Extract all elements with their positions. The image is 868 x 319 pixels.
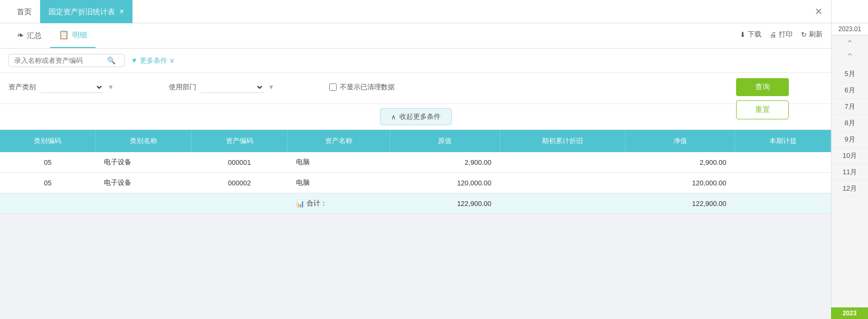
cell-current-depr xyxy=(735,173,831,193)
print-label: 打印 xyxy=(779,30,793,39)
asset-type-select[interactable] xyxy=(40,81,103,93)
sidebar-month-item[interactable]: 5月 xyxy=(832,66,868,82)
cell-accum-depr xyxy=(500,173,625,193)
search-icon: 🔍 xyxy=(107,57,116,64)
total-text: 合计： xyxy=(307,199,327,208)
cell-asset-name: 电脑 xyxy=(288,152,390,173)
top-nav: 首页 固定资产折旧统计表 × ✕ xyxy=(0,0,831,23)
detail-icon: 📋 xyxy=(59,22,69,48)
tab-summary[interactable]: ❧ 汇总 xyxy=(8,23,50,48)
tab-summary-label: 汇总 xyxy=(27,23,42,48)
hide-cleared-filter: 不显示已清理数据 xyxy=(329,82,395,92)
cell-cat-code: 05 xyxy=(0,152,96,173)
hide-cleared-label: 不显示已清理数据 xyxy=(340,82,395,92)
cell-cat-name: 电子设备 xyxy=(96,173,192,193)
query-button[interactable]: 查询 xyxy=(736,78,789,96)
sidebar-month-item[interactable]: 10月 xyxy=(832,148,868,164)
year-label: 2023 xyxy=(831,307,868,319)
window-close-icon[interactable]: ✕ xyxy=(815,6,823,17)
sidebar-month-item[interactable]: 8月 xyxy=(832,115,868,132)
hide-cleared-checkbox[interactable] xyxy=(329,83,337,91)
filter-area: 资产类别 ▼ 使用部门 ▼ 不显示已清理数据 查询 重置 xyxy=(0,73,831,104)
cell-asset-name: 电脑 xyxy=(288,173,390,193)
cell-net-value: 120,000.00 xyxy=(625,173,735,193)
total-label: 📊 合计： xyxy=(288,193,390,213)
print-icon: 🖨 xyxy=(770,31,777,39)
sidebar-month-item[interactable]: 9月 xyxy=(832,132,868,148)
cell-original: 2,900.00 xyxy=(390,152,500,173)
print-button[interactable]: 🖨 打印 xyxy=(770,30,793,39)
collapse-icon: ∧ xyxy=(391,113,396,121)
sidebar-month-item[interactable]: 12月 xyxy=(832,181,868,197)
refresh-icon: ↻ xyxy=(801,31,807,39)
filter-row: 资产类别 ▼ 使用部门 ▼ 不显示已清理数据 查询 重置 xyxy=(8,81,823,93)
total-accum-depr xyxy=(500,193,625,214)
sidebar-month-item[interactable]: 7月 xyxy=(832,99,868,115)
department-chevron: ▼ xyxy=(268,83,274,91)
total-original: 122,900.00 xyxy=(390,193,500,214)
search-bar: 🔍 ▼ 更多条件 ∨ xyxy=(0,49,831,73)
nav-tab-fixed-assets[interactable]: 固定资产折旧统计表 × xyxy=(40,0,132,23)
nav-home[interactable]: 首页 xyxy=(8,0,40,23)
data-table: 类别编码 类别名称 资产编码 资产名称 原值 期初累计折旧 净值 本期计提 05… xyxy=(0,130,831,214)
nav-tab-close-icon[interactable]: × xyxy=(119,0,124,23)
total-net-value: 122,900.00 xyxy=(625,193,735,214)
download-button[interactable]: ⬇ 下载 xyxy=(740,30,761,39)
cell-asset-code: 000001 xyxy=(192,152,288,173)
tab-detail[interactable]: 📋 明细 xyxy=(50,23,96,48)
table-row: 05 电子设备 000002 电脑 120,000.00 120,000.00 xyxy=(0,173,831,193)
cell-cat-name: 电子设备 xyxy=(96,152,192,173)
department-select[interactable] xyxy=(201,81,264,93)
more-conditions-chevron: ∨ xyxy=(169,57,175,64)
nav-tab-label: 固定资产折旧统计表 xyxy=(49,0,115,23)
month-list: 5月6月7月8月9月10月11月12月 xyxy=(832,66,868,197)
col-asset-name: 资产名称 xyxy=(288,130,390,152)
sidebar-month-item[interactable]: 6月 xyxy=(832,82,868,99)
total-row: 📊 合计： 122,900.00 122,900.00 xyxy=(0,193,831,214)
sidebar-month-item[interactable]: 11月 xyxy=(832,164,868,181)
download-label: 下载 xyxy=(748,30,761,39)
col-asset-code: 资产编码 xyxy=(192,130,288,152)
col-net-value: 净值 xyxy=(625,130,735,152)
sub-tabs-bar: ❧ 汇总 📋 明细 ⬇ 下载 🖨 打印 ↻ 刷新 xyxy=(0,23,831,49)
more-conditions-toggle[interactable]: ▼ 更多条件 ∨ xyxy=(131,56,175,65)
tab-detail-label: 明细 xyxy=(72,22,87,48)
department-filter: 使用部门 ▼ xyxy=(169,81,274,93)
collapse-label: 收起更多条件 xyxy=(399,112,441,121)
filter-icon: ▼ xyxy=(131,57,138,64)
summary-icon: ❧ xyxy=(17,23,24,48)
col-original: 原值 xyxy=(390,130,500,152)
sidebar-top xyxy=(832,0,868,23)
right-sidebar: 2023.01 ⌃ ⌃ 5月6月7月8月9月10月11月12月 2023 xyxy=(831,0,868,319)
department-label: 使用部门 xyxy=(169,82,196,92)
total-icon: 📊 xyxy=(296,200,304,208)
search-input[interactable] xyxy=(14,57,104,64)
table-row: 05 电子设备 000001 电脑 2,900.00 2,900.00 xyxy=(0,152,831,173)
cell-original: 120,000.00 xyxy=(390,173,500,193)
date-display: 2023.01 xyxy=(832,23,868,35)
collapse-button[interactable]: ∧ 收起更多条件 xyxy=(380,108,452,125)
table-body: 05 电子设备 000001 电脑 2,900.00 2,900.00 05 电… xyxy=(0,152,831,214)
cell-net-value: 2,900.00 xyxy=(625,152,735,173)
sidebar-up2-icon[interactable]: ⌃ xyxy=(846,51,854,64)
total-label-cell xyxy=(0,193,288,214)
cell-current-depr xyxy=(735,152,831,173)
more-conditions-label: 更多条件 xyxy=(140,56,167,65)
collapse-bar: ∧ 收起更多条件 xyxy=(0,104,831,130)
cell-accum-depr xyxy=(500,152,625,173)
cell-asset-code: 000002 xyxy=(192,173,288,193)
sidebar-nav-up: ⌃ ⌃ xyxy=(832,35,868,66)
reset-button[interactable]: 重置 xyxy=(736,100,789,119)
cell-cat-code: 05 xyxy=(0,173,96,193)
refresh-label: 刷新 xyxy=(809,30,823,39)
data-table-wrap: 类别编码 类别名称 资产编码 资产名称 原值 期初累计折旧 净值 本期计提 05… xyxy=(0,130,831,214)
asset-type-label: 资产类别 xyxy=(8,82,36,92)
col-cat-code: 类别编码 xyxy=(0,130,96,152)
sidebar-up-icon[interactable]: ⌃ xyxy=(846,37,854,51)
col-current-depr: 本期计提 xyxy=(735,130,831,152)
refresh-button[interactable]: ↻ 刷新 xyxy=(801,30,823,39)
search-input-wrap[interactable]: 🔍 xyxy=(8,54,125,67)
col-cat-name: 类别名称 xyxy=(96,130,192,152)
col-accum-depr: 期初累计折旧 xyxy=(500,130,625,152)
asset-type-chevron: ▼ xyxy=(108,83,114,91)
